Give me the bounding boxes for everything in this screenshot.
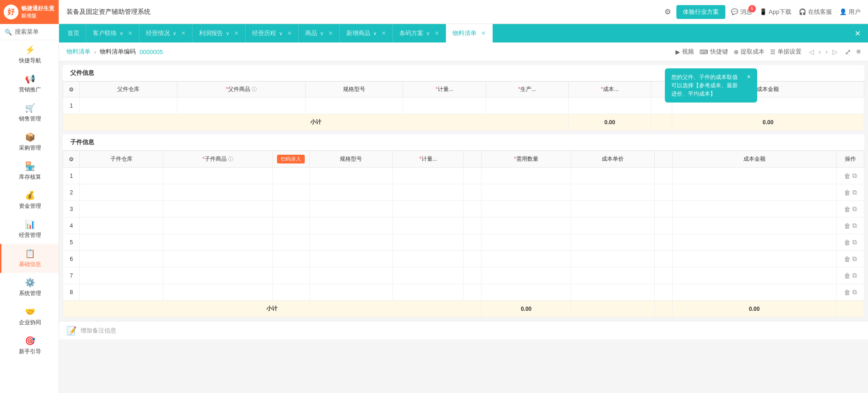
sidebar-search[interactable]: 🔍 搜索菜单 [0,24,59,40]
single-setting-action[interactable]: ☰ 单据设置 [770,48,802,56]
child-goods-1[interactable] [163,168,272,184]
tab-goods-close[interactable]: ✕ [328,30,333,36]
sidebar-item-finance[interactable]: 💰 资金管理 [0,186,59,215]
child-warehouse-7[interactable] [80,267,163,284]
child-unit-7[interactable] [393,267,464,284]
child-goods-3[interactable] [163,201,272,218]
child-spec-7[interactable] [309,267,393,284]
sidebar-item-inventory[interactable]: 🏪 库存核算 [0,157,59,186]
copy-icon-5[interactable]: ⧉ [852,238,857,246]
child-unit-3[interactable] [393,201,464,218]
tab-goods[interactable]: 商品 ∨ ✕ [299,24,340,42]
parent-spec-1[interactable] [305,97,403,114]
tooltip-close-button[interactable]: × [747,72,751,82]
scan-button[interactable]: 扫码录入 [277,155,305,163]
child-spec-3[interactable] [309,201,393,218]
child-col-settings[interactable]: ⚙ [63,151,80,168]
copy-icon-4[interactable]: ⧉ [852,222,857,230]
child-warehouse-5[interactable] [80,234,163,251]
child-unit-5[interactable] [393,234,464,251]
list-icon[interactable]: ≡ [856,48,861,56]
tab-profit-close[interactable]: ✕ [234,30,239,36]
child-unit-cost-7[interactable] [571,267,655,284]
extract-cost-action[interactable]: ⊕ 提取成本 [734,48,765,56]
first-page-button[interactable]: ◁ [807,47,816,56]
prev-page-button[interactable]: ‹ [817,47,823,56]
child-spec-4[interactable] [309,218,393,234]
child-goods-7[interactable] [163,267,272,284]
sidebar-item-sales[interactable]: 🛒 销售管理 [0,98,59,127]
child-col-scan[interactable]: 扫码录入 [272,151,309,168]
child-spec-8[interactable] [309,284,393,301]
child-unit-4[interactable] [393,218,464,234]
child-qty-8[interactable] [481,284,571,301]
delete-icon-4[interactable]: 🗑 [844,222,850,230]
tab-newgoods-close[interactable]: ✕ [381,30,386,36]
expand-icon[interactable]: ⤢ [845,48,851,56]
child-unit-cost-5[interactable] [571,234,655,251]
sidebar-item-purchase[interactable]: 📦 采购管理 [0,127,59,157]
app-download-button[interactable]: 📱 App下载 [760,8,791,16]
tab-history[interactable]: 经营历程 ∨ ✕ [246,24,299,42]
trial-button[interactable]: 体验行业方案 [676,5,725,19]
tab-operation[interactable]: 经营情况 ∨ ✕ [139,24,193,42]
sidebar-item-quicknav[interactable]: ⚡ 快捷导航 [0,40,59,69]
child-spec-2[interactable] [309,184,393,201]
parent-col-settings[interactable]: ⚙ [63,82,80,97]
child-unit-cost-1[interactable] [571,168,655,184]
tab-bom[interactable]: 物料清单 ✕ [446,24,493,42]
copy-icon-1[interactable]: ⧉ [852,172,857,180]
delete-icon-2[interactable]: 🗑 [844,189,850,196]
child-unit-cost-3[interactable] [571,201,655,218]
parent-goods-1[interactable] [177,97,305,114]
copy-icon-7[interactable]: ⧉ [852,272,857,279]
child-goods-5[interactable] [163,234,272,251]
tab-profit[interactable]: 利润报告 ∨ ✕ [193,24,246,42]
delete-icon-5[interactable]: 🗑 [844,239,850,246]
child-qty-7[interactable] [481,267,571,284]
tab-home[interactable]: 首页 [61,24,86,42]
child-unit-cost-4[interactable] [571,218,655,234]
tab-newgoods[interactable]: 新增商品 ∨ ✕ [340,24,393,42]
sidebar-item-marketing[interactable]: 📢 营销推广 [0,69,59,98]
child-warehouse-8[interactable] [80,284,163,301]
child-unit-1[interactable] [393,168,464,184]
child-goods-2[interactable] [163,184,272,201]
copy-icon-3[interactable]: ⧉ [852,205,857,213]
child-goods-8[interactable] [163,284,272,301]
online-service-button[interactable]: 🎧 在线客服 [799,8,832,16]
delete-icon-8[interactable]: 🗑 [844,289,850,296]
child-qty-6[interactable] [481,251,571,267]
child-warehouse-4[interactable] [80,218,163,234]
copy-icon-8[interactable]: ⧉ [852,288,857,296]
child-goods-6[interactable] [163,251,272,267]
tab-bom-close[interactable]: ✕ [481,30,486,36]
delete-icon-3[interactable]: 🗑 [844,206,850,213]
tab-customer[interactable]: 客户联络 ∨ ✕ [86,24,139,42]
child-qty-1[interactable] [481,168,571,184]
delete-icon-7[interactable]: 🗑 [844,272,850,279]
child-warehouse-1[interactable] [80,168,163,184]
child-unit-cost-6[interactable] [571,251,655,267]
view-action[interactable]: ▶ 视频 [675,48,694,56]
tab-operation-close[interactable]: ✕ [181,30,186,36]
child-spec-6[interactable] [309,251,393,267]
parent-warehouse-1[interactable] [80,97,177,114]
child-goods-4[interactable] [163,218,272,234]
last-page-button[interactable]: ▷ [831,47,839,56]
shortcut-action[interactable]: ⌨ 快捷键 [699,48,728,56]
child-warehouse-2[interactable] [80,184,163,201]
child-spec-1[interactable] [309,168,393,184]
breadcrumb-root[interactable]: 物料清单 [66,48,90,56]
child-unit-8[interactable] [393,284,464,301]
child-unit-2[interactable] [393,184,464,201]
copy-icon-2[interactable]: ⧉ [852,188,857,196]
child-unit-cost-2[interactable] [571,184,655,201]
child-qty-4[interactable] [481,218,571,234]
sidebar-item-guide[interactable]: 🎯 新手引导 [0,331,59,360]
child-unit-cost-8[interactable] [571,284,655,301]
delete-icon-6[interactable]: 🗑 [844,255,850,263]
sidebar-item-system[interactable]: ⚙️ 系统管理 [0,273,59,302]
child-warehouse-6[interactable] [80,251,163,267]
bottom-label[interactable]: 增加备注信息 [80,326,116,335]
